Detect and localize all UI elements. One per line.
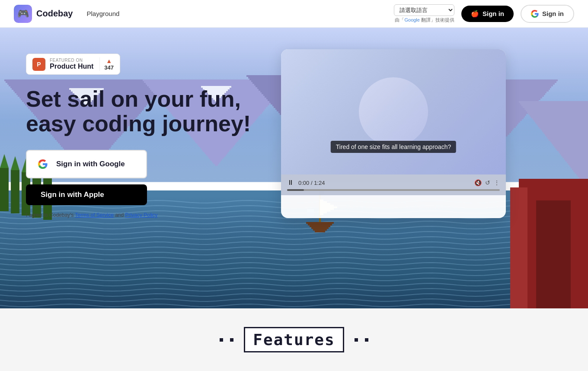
google-icon-wrap [35,157,50,171]
navbar-apple-signin-button[interactable]: 🍎 Sign in [461,6,514,22]
pixel-dot-right2 [365,338,368,342]
logo-text: Codebay [36,9,73,19]
features-title-wrap: Features [220,327,368,352]
navbar-right: 請選取語言 由「Google 翻譯」技術提供 🍎 Sign in Sign in [394,4,574,23]
upvote-count: 347 [104,64,114,71]
hero-content: P FEATURED ON Product Hunt ▲ 347 Set sai… [0,28,588,218]
product-hunt-badge[interactable]: P FEATURED ON Product Hunt ▲ 347 [26,54,120,75]
video-time: 0:00 / 1:24 [298,180,325,186]
apple-signin-button[interactable]: Sign in with Apple [26,184,147,205]
fullscreen-icon[interactable]: ↺ [485,179,490,186]
terms-prefix: I agree to Codebay's [26,212,75,218]
navbar-google-signin-button[interactable]: Sign in [521,5,574,23]
apple-icon: 🍎 [471,10,479,18]
navbar-google-signin-label: Sign in [542,10,564,17]
headline-line1: Set sail on your fun, [26,86,241,111]
features-title: Features [244,327,344,352]
google-g-icon [531,10,539,18]
video-controls: ⏸ 0:00 / 1:24 🔇 ↺ ⋮ [281,174,506,195]
google-signin-button[interactable]: Sign in with Google [26,150,147,178]
upvote-arrow-icon: ▲ [106,57,112,64]
language-selector-wrap: 請選取語言 由「Google 翻譯」技術提供 [394,4,454,23]
video-progress-fill [287,189,304,191]
terms-and: and [114,212,125,218]
logo-icon: 🎮 [14,5,32,23]
hero-section: P FEATURED ON Product Hunt ▲ 347 Set sai… [0,28,588,308]
terms-text: I agree to Codebay's Terms of Service an… [26,212,264,218]
google-g-signin-icon [38,159,48,169]
hero-headline: Set sail on your fun, easy coding journe… [26,87,264,136]
product-hunt-icon: P [32,58,45,71]
video-controls-right: 🔇 ↺ ⋮ [474,179,500,186]
language-select[interactable]: 請選取語言 [394,4,454,16]
pause-button[interactable]: ⏸ [287,179,294,187]
product-hunt-upvote: ▲ 347 [99,57,114,71]
video-thumbnail: Tired of one size fits all learning appr… [281,49,506,174]
video-card: Tired of one size fits all learning appr… [281,49,506,218]
product-hunt-text: FEATURED ON Product Hunt [50,58,93,70]
pixel-dot-left [220,338,223,342]
video-avatar [359,77,428,146]
more-icon[interactable]: ⋮ [494,179,500,186]
logo-emoji: 🎮 [17,8,29,19]
video-time-row: ⏸ 0:00 / 1:24 🔇 ↺ ⋮ [287,179,500,187]
pixel-dot-right [355,338,358,342]
navbar-apple-signin-label: Sign in [483,10,504,17]
featured-on-label: FEATURED ON [50,58,93,63]
headline-line2: easy coding journey! [26,111,251,136]
google-brand: Google [404,17,419,22]
logo: 🎮 Codebay [14,5,73,23]
apple-signin-label: Sign in with Apple [41,190,104,199]
features-section: Features [0,308,588,371]
terms-of-service-link[interactable]: Terms of Service [75,212,113,218]
playground-nav-link[interactable]: Playground [86,10,119,17]
video-progress-bar[interactable] [287,189,500,191]
product-hunt-name: Product Hunt [50,63,93,70]
video-caption: Tired of one size fits all learning appr… [331,141,456,153]
hero-left: P FEATURED ON Product Hunt ▲ 347 Set sai… [26,45,264,218]
google-signin-label: Sign in with Google [56,160,125,168]
privacy-policy-link[interactable]: Privacy Policy [125,212,158,218]
navbar-left: 🎮 Codebay Playground [14,5,119,23]
pixel-dot-left2 [230,338,233,342]
mute-icon[interactable]: 🔇 [474,179,482,186]
navbar: 🎮 Codebay Playground 請選取語言 由「Google 翻譯」技… [0,0,588,28]
lang-credit: 由「Google 翻譯」技術提供 [395,17,454,23]
